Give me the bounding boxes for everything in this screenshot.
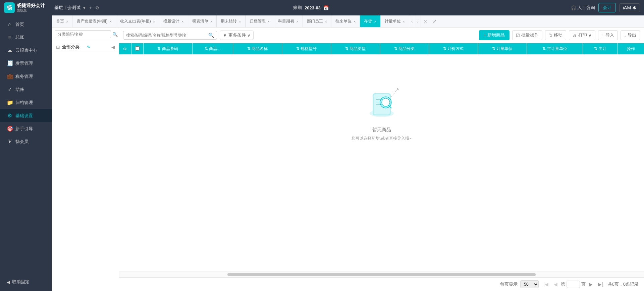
table-container[interactable]: ⚙ ⇅ 商品条码 ⇅ — [119, 43, 644, 272]
collapse-panel-icon[interactable]: ◀ — [111, 45, 115, 50]
edit-category-icon[interactable]: ✎ — [87, 45, 91, 50]
sidebar-item-archive[interactable]: 📁 归档管理 — [0, 96, 52, 109]
more-filter-btn[interactable]: ▼ 更多条件 ∨ — [220, 31, 254, 40]
tab-subject-close[interactable]: × — [296, 19, 298, 23]
tab-archive[interactable]: 归档管理 × — [246, 15, 274, 28]
print-btn[interactable]: 🖨 打印 ∨ — [569, 30, 595, 40]
sidebar-item-tax[interactable]: 💼 税务管理 — [0, 70, 52, 83]
sidebar-item-invoice[interactable]: 🧾 发票管理 — [0, 57, 52, 70]
col-barcode-header[interactable]: ⇅ 商品条码 — [143, 43, 192, 54]
sidebar-item-member[interactable]: V 畅会员 — [0, 135, 52, 148]
tab-balance-sheet[interactable]: 资产负债表(中期) × — [72, 15, 116, 28]
col-pricing-header[interactable]: ⇅ 计价方式 — [429, 43, 478, 54]
tab-template-design[interactable]: 模版设计 × — [159, 15, 188, 28]
add-product-btn[interactable]: + 新增商品 — [479, 30, 509, 40]
tab-income-statement[interactable]: 收入支出表(年报) × — [116, 15, 159, 28]
newbie-icon: 🎯 — [7, 126, 13, 132]
col-pricing-label: 计价方式 — [447, 46, 464, 51]
account-btn[interactable]: 会计 — [598, 3, 616, 12]
config-icon[interactable]: ⚙ — [123, 47, 127, 51]
move-btn[interactable]: ⇅ 移动 — [545, 30, 566, 40]
page-content: 🔍 ⊞ 全部分类 ✎ ◀ 🔍 — [52, 28, 644, 291]
add-company-btn[interactable]: ＋ — [88, 5, 93, 11]
table-body: 暂无商品 您可以选择新增,或者直接导入哦~ — [119, 54, 644, 168]
product-search-icon[interactable]: 🔍 — [208, 33, 214, 38]
batch-operation-btn[interactable]: ☑ 批量操作 — [512, 30, 542, 40]
col-name-header[interactable]: ⇅ 商品名称 — [233, 43, 282, 54]
col-config-header[interactable]: ⚙ — [119, 43, 131, 54]
col-code-label: 商品... — [209, 46, 220, 51]
empty-desc: 您可以选择新增,或者直接导入哦~ — [352, 136, 411, 141]
sidebar-item-close-account[interactable]: ✓ 结账 — [0, 83, 52, 96]
tab-contacts-close[interactable]: × — [354, 19, 356, 23]
print-dropdown-icon: ∨ — [588, 33, 592, 38]
company-name: 基层工会测试 — [54, 5, 80, 11]
next-page-btn[interactable]: ▶ — [587, 281, 595, 288]
tab-contacts[interactable]: 往来单位 × — [331, 15, 360, 28]
sidebar-item-home[interactable]: ⌂ 首页 — [0, 18, 52, 31]
category-search-input[interactable] — [55, 30, 111, 38]
tab-archive-close[interactable]: × — [268, 19, 270, 23]
col-spec-header[interactable]: ⇅ 规格型号 — [282, 43, 331, 54]
product-search-bar[interactable]: 🔍 — [123, 31, 217, 40]
tab-dept-close[interactable]: × — [325, 19, 327, 23]
print-icon: 🖨 — [573, 33, 577, 38]
col-category-header[interactable]: ⇅ 商品分类 — [380, 43, 429, 54]
tab-tax-list[interactable]: 税表清单 × — [188, 15, 217, 28]
tab-income-close[interactable]: × — [153, 19, 155, 23]
all-categories-item[interactable]: ⊞ 全部分类 ✎ ◀ — [52, 41, 119, 53]
tab-home-close[interactable]: × — [66, 19, 68, 23]
tab-template-close[interactable]: × — [181, 19, 183, 23]
tab-inventory-close[interactable]: × — [374, 19, 376, 23]
export-btn[interactable]: ↓ 导出 — [621, 30, 640, 40]
tab-nav-next[interactable]: › — [415, 15, 421, 28]
col-code-header[interactable]: ⇅ 商品... — [192, 43, 233, 54]
tab-measurement[interactable]: 计量单位 × — [381, 15, 409, 28]
page-input[interactable]: 1 — [567, 281, 580, 288]
tab-template-label: 模版设计 — [163, 18, 179, 24]
tab-period-transfer[interactable]: 期末结转 × — [217, 15, 245, 28]
select-all-checkbox[interactable] — [135, 46, 140, 51]
first-page-btn[interactable]: |◀ — [541, 281, 550, 288]
category-search-icon[interactable]: 🔍 — [112, 32, 118, 37]
tab-balance-close[interactable]: × — [109, 19, 111, 23]
sidebar-label-cloud: 云报表中心 — [15, 47, 37, 53]
tab-expand[interactable]: ⤢ — [430, 15, 439, 28]
cancel-fixed-icon: ◀ — [7, 280, 10, 285]
tab-home[interactable]: 首页 × — [52, 15, 72, 28]
prev-page-btn[interactable]: ◀ — [552, 281, 559, 288]
col-type-header[interactable]: ⇅ 商品类型 — [331, 43, 380, 54]
sidebar-item-ledger[interactable]: ≡ 总账 — [0, 31, 52, 44]
tab-subject-init[interactable]: 科目期初 × — [274, 15, 303, 28]
product-search-input[interactable] — [126, 33, 207, 38]
last-page-btn[interactable]: ▶| — [596, 281, 605, 288]
settings-icon: ⚙ — [7, 112, 13, 119]
sidebar-item-newbie[interactable]: 🎯 新手引导 — [0, 122, 52, 135]
settings-icon[interactable]: ⚙ — [95, 5, 99, 10]
customer-service-btn[interactable]: 🎧 人工咨询 — [571, 5, 595, 11]
company-dropdown-icon[interactable]: ▾ — [83, 5, 86, 10]
col-main-count-header[interactable]: ⇅ 主计 — [583, 43, 618, 54]
sidebar-item-cloud-report[interactable]: ☁ 云报表中心 — [0, 44, 52, 57]
col-check-header[interactable] — [131, 43, 143, 54]
calendar-icon[interactable]: 📅 — [323, 5, 329, 10]
sidebar-item-basic-settings[interactable]: ⚙ 基础设置 — [0, 109, 52, 122]
import-btn[interactable]: ↑ 导入 — [598, 30, 618, 40]
tab-close-all[interactable]: ✕ — [421, 15, 430, 28]
archive-icon: 📁 — [7, 99, 13, 106]
col-unit-header[interactable]: ⇅ 计量单位 — [478, 43, 527, 54]
tab-inventory[interactable]: 存货 × — [360, 15, 380, 28]
tab-measurement-close[interactable]: × — [403, 19, 405, 23]
empty-state: 暂无商品 您可以选择新增,或者直接导入哦~ — [119, 54, 644, 168]
company-selector[interactable]: 基层工会测试 ▾ ＋ ⚙ — [54, 5, 290, 11]
tab-period-close[interactable]: × — [239, 19, 241, 23]
tab-nav-prev[interactable]: ‹ — [409, 15, 415, 28]
col-main-unit-header[interactable]: ⇅ 主计量单位 — [527, 43, 583, 54]
col-barcode-label: 商品条码 — [162, 46, 178, 51]
page-size-select[interactable]: 10 20 50 100 200 — [520, 280, 539, 288]
cancel-fixed-btn[interactable]: ◀ 取消固定 — [0, 276, 52, 288]
horizontal-scrollbar[interactable] — [119, 272, 644, 277]
pagination-nav: |◀ ◀ 第 1 页 ▶ ▶| — [541, 281, 605, 288]
tab-tax-close[interactable]: × — [210, 19, 212, 23]
tab-dept-staff[interactable]: 部门员工 × — [303, 15, 331, 28]
